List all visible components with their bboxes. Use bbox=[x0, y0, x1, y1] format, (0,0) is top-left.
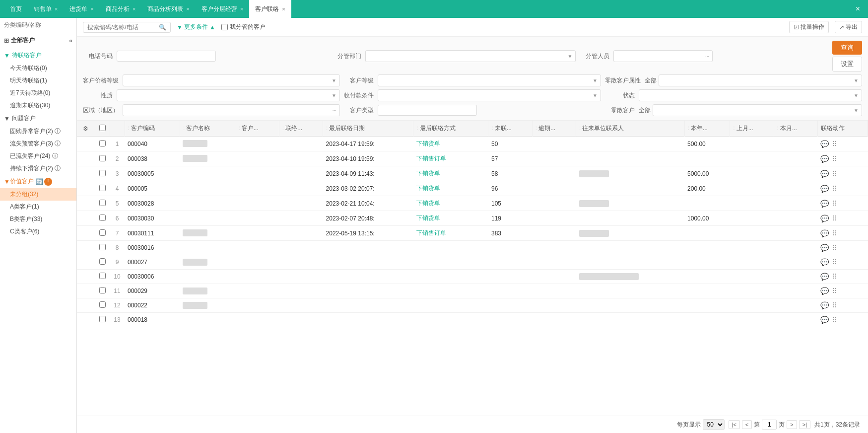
last-contact-method-cell[interactable] bbox=[413, 298, 488, 313]
sidebar-item-declining[interactable]: 持续下滑客户(2) ⓘ bbox=[0, 162, 76, 175]
more-action-icon[interactable]: ⠿ bbox=[832, 155, 837, 163]
sidebar-item-group-b[interactable]: B类客户(33) bbox=[0, 213, 76, 225]
last-contact-method-cell[interactable] bbox=[413, 255, 488, 270]
contact-method-link[interactable]: 下销货单 bbox=[416, 140, 440, 147]
sidebar-item-7days[interactable]: 近7天待联络(0) bbox=[0, 87, 76, 99]
status-select[interactable]: ▼ bbox=[639, 89, 862, 101]
phone-input[interactable] bbox=[117, 51, 216, 62]
more-action-icon[interactable]: ⠿ bbox=[832, 273, 837, 281]
row-checkbox[interactable] bbox=[99, 155, 106, 161]
row-checkbox[interactable] bbox=[99, 301, 106, 308]
retail-customer-dropdown[interactable]: ▼ bbox=[653, 104, 862, 116]
nav-sales[interactable]: 销售单 × bbox=[28, 0, 64, 18]
retail-attr-select[interactable]: 全部 ▼ bbox=[645, 74, 862, 86]
sidebar-all-customers[interactable]: ⊞ 全部客户 « bbox=[0, 32, 76, 49]
message-action-icon[interactable]: 💬 bbox=[820, 200, 829, 208]
reset-button[interactable]: 设置 bbox=[832, 57, 862, 72]
collapse-sidebar-icon[interactable]: « bbox=[69, 37, 72, 44]
sidebar-item-purchase-abnormal[interactable]: 固购异常客户(2) ⓘ bbox=[0, 125, 76, 138]
checkbox-cell[interactable] bbox=[95, 284, 110, 298]
payment-select[interactable]: ▼ bbox=[378, 89, 601, 101]
checkbox-cell[interactable] bbox=[95, 196, 110, 211]
last-contact-method-cell[interactable] bbox=[413, 313, 488, 327]
nav-customer-contact[interactable]: 客户联络 × bbox=[249, 0, 291, 18]
sidebar-search-input[interactable] bbox=[4, 21, 77, 28]
last-contact-method-cell[interactable]: 下销售订单 bbox=[413, 151, 488, 166]
last-contact-method-cell[interactable] bbox=[413, 284, 488, 298]
row-checkbox[interactable] bbox=[99, 229, 106, 236]
contact-method-link[interactable]: 下销货单 bbox=[416, 170, 440, 177]
my-customers-filter[interactable]: 我分管的客户 bbox=[221, 23, 266, 31]
close-customer-contact-icon[interactable]: × bbox=[282, 6, 285, 12]
more-action-icon[interactable]: ⠿ bbox=[832, 200, 837, 208]
sidebar-item-loss-warning[interactable]: 流失预警客户(3) ⓘ bbox=[0, 138, 76, 150]
nav-home[interactable]: 首页 bbox=[4, 0, 28, 18]
select-all-checkbox[interactable] bbox=[99, 125, 106, 131]
sidebar-group-value[interactable]: ▼ 价值客户 🔄 ! bbox=[0, 175, 76, 188]
contact-method-link[interactable]: 下销货单 bbox=[416, 200, 440, 207]
sidebar-item-group-c[interactable]: C类客户(6) bbox=[0, 225, 76, 238]
contact-method-link[interactable]: 下销货单 bbox=[416, 215, 440, 221]
page-size-selector[interactable]: 每页显示 50 bbox=[677, 419, 725, 430]
sidebar-item-group-a[interactable]: A类客户(1) bbox=[0, 201, 76, 213]
more-conditions-button[interactable]: ▼ 更多条件 ▲ bbox=[177, 23, 215, 31]
last-contact-method-cell[interactable]: 下销货单 bbox=[413, 196, 488, 211]
last-contact-method-cell[interactable] bbox=[413, 270, 488, 284]
nav-product-analysis-list[interactable]: 商品分析列表 × bbox=[141, 0, 195, 18]
nav-customer-segment[interactable]: 客户分层经营 × bbox=[196, 0, 249, 18]
row-checkbox[interactable] bbox=[99, 200, 106, 206]
checkbox-cell[interactable] bbox=[95, 298, 110, 313]
contact-method-link[interactable]: 下销货单 bbox=[416, 185, 440, 192]
nature-select[interactable]: ▼ bbox=[117, 89, 340, 101]
more-action-icon[interactable]: ⠿ bbox=[832, 287, 837, 295]
checkbox-cell[interactable] bbox=[95, 241, 110, 255]
row-checkbox[interactable] bbox=[99, 140, 106, 146]
filter-search-icon[interactable]: 🔍 bbox=[159, 24, 166, 31]
manager-select[interactable]: ··· bbox=[613, 50, 713, 62]
row-checkbox[interactable] bbox=[99, 170, 106, 176]
checkbox-cell[interactable] bbox=[95, 151, 110, 166]
my-customers-checkbox[interactable] bbox=[221, 24, 228, 30]
close-all-button[interactable]: × bbox=[852, 4, 864, 13]
message-action-icon[interactable]: 💬 bbox=[820, 155, 829, 163]
export-button[interactable]: ↗ 导出 bbox=[835, 21, 862, 33]
checkbox-cell[interactable] bbox=[95, 255, 110, 270]
sidebar-item-lost[interactable]: 已流失客户(24) ⓘ bbox=[0, 150, 76, 162]
row-checkbox[interactable] bbox=[99, 215, 106, 221]
sidebar-search-box[interactable]: 🔍 bbox=[0, 18, 76, 32]
close-sales-icon[interactable]: × bbox=[55, 6, 58, 12]
checkbox-cell[interactable] bbox=[95, 181, 110, 196]
message-action-icon[interactable]: 💬 bbox=[820, 140, 829, 148]
last-contact-method-cell[interactable]: 下销货单 bbox=[413, 166, 488, 181]
query-button[interactable]: 查询 bbox=[832, 41, 862, 55]
customer-type-input[interactable] bbox=[378, 105, 477, 116]
batch-op-button[interactable]: ☑ 批量操作 bbox=[789, 21, 829, 33]
row-checkbox[interactable] bbox=[99, 273, 106, 279]
close-product-analysis-list-icon[interactable]: × bbox=[186, 6, 189, 12]
message-action-icon[interactable]: 💬 bbox=[820, 273, 829, 281]
checkbox-cell[interactable] bbox=[95, 166, 110, 181]
region-select[interactable]: ··· bbox=[123, 104, 340, 116]
checkbox-cell[interactable] bbox=[95, 211, 110, 226]
nav-product-analysis[interactable]: 商品分析 × bbox=[100, 0, 141, 18]
close-purchase-icon[interactable]: × bbox=[90, 6, 93, 12]
checkbox-cell[interactable] bbox=[95, 313, 110, 327]
more-action-icon[interactable]: ⠿ bbox=[832, 258, 837, 266]
sidebar-group-pending-contact[interactable]: ▼ 待联络客户 bbox=[0, 49, 76, 62]
per-page-select[interactable]: 50 bbox=[703, 419, 725, 430]
row-checkbox[interactable] bbox=[99, 287, 106, 293]
sidebar-item-today[interactable]: 今天待联络(0) bbox=[0, 62, 76, 74]
message-action-icon[interactable]: 💬 bbox=[820, 170, 829, 178]
sidebar-group-problem[interactable]: ▼ 问题客户 bbox=[0, 112, 76, 125]
row-checkbox[interactable] bbox=[99, 316, 106, 322]
sidebar-item-overdue[interactable]: 逾期未联络(30) bbox=[0, 99, 76, 112]
checkbox-cell[interactable] bbox=[95, 137, 110, 151]
row-checkbox[interactable] bbox=[99, 185, 106, 191]
close-product-analysis-icon[interactable]: × bbox=[133, 6, 135, 12]
more-action-icon[interactable]: ⠿ bbox=[832, 140, 837, 148]
filter-search-input[interactable] bbox=[87, 24, 157, 31]
last-page-button[interactable]: >| bbox=[799, 420, 810, 429]
more-action-icon[interactable]: ⠿ bbox=[832, 301, 837, 309]
last-contact-method-cell[interactable]: 下销货单 bbox=[413, 211, 488, 226]
message-action-icon[interactable]: 💬 bbox=[820, 301, 829, 309]
